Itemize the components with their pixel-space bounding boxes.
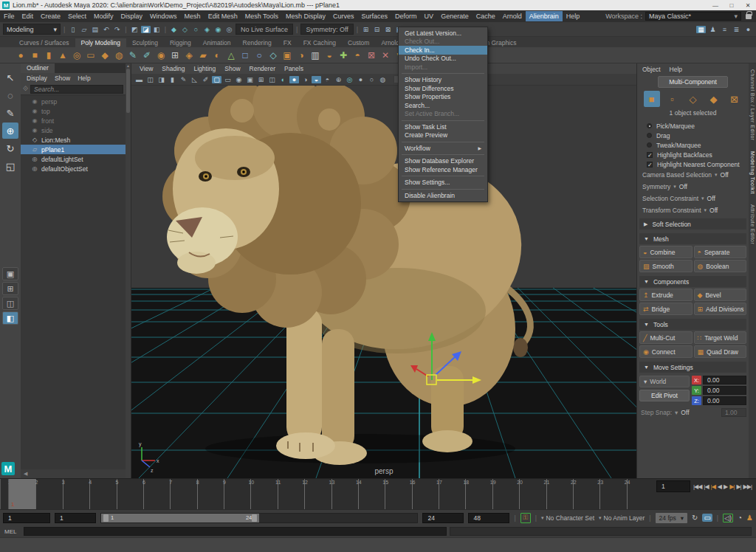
- viewport-toolbar-icon[interactable]: ●: [356, 76, 365, 83]
- shelf-tab[interactable]: FX: [278, 38, 298, 47]
- axis-value-input[interactable]: 0.00: [703, 386, 746, 395]
- playback-range-bar[interactable]: 1 24: [101, 514, 259, 522]
- modeling-tool-button[interactable]: ╱ Multi-Cut: [639, 331, 693, 344]
- shelf-tool-icon[interactable]: ✚: [337, 50, 349, 61]
- outliner-menu-item[interactable]: Show: [52, 75, 73, 82]
- shelf-tool-icon[interactable]: ◓: [351, 50, 363, 61]
- viewport-toolbar-icon[interactable]: ▭: [223, 76, 233, 83]
- outliner-footer[interactable]: ◀: [21, 469, 131, 478]
- alienbrain-menu-item[interactable]: Show Database Explorer: [399, 157, 487, 166]
- animation-end-input[interactable]: 48: [468, 513, 509, 523]
- viewport-toolbar-icon[interactable]: ▣: [245, 76, 255, 83]
- menu-item[interactable]: Mesh Tools: [241, 11, 282, 21]
- component-mode-icon[interactable]: ■: [644, 91, 660, 107]
- shelf-tab[interactable]: FX Caching: [298, 38, 342, 47]
- menu-item[interactable]: Generate: [437, 11, 472, 21]
- toolbar-icon[interactable]: ⊞: [361, 26, 371, 33]
- component-mode-icon[interactable]: ⊠: [726, 91, 743, 107]
- menu-item[interactable]: File: [0, 11, 18, 21]
- frame-cell[interactable]: 3: [63, 479, 89, 509]
- menu-item[interactable]: Modify: [90, 11, 117, 21]
- lock-icon[interactable]: [746, 14, 752, 19]
- chevron-down-icon[interactable]: ▾: [675, 409, 678, 416]
- menu-item[interactable]: Mesh: [181, 11, 205, 21]
- menu-item[interactable]: Select: [64, 11, 90, 21]
- playback-button[interactable]: ▶: [724, 483, 727, 490]
- viewport-toolbar-icon[interactable]: ◒: [312, 76, 321, 83]
- playback-button[interactable]: ▶▶|: [743, 483, 752, 490]
- shelf-tool-icon[interactable]: ◎: [71, 50, 83, 61]
- tool-icon[interactable]: ⊕: [2, 123, 18, 139]
- fps-select[interactable]: 24 fps ▾: [656, 513, 687, 523]
- shelf-tool-icon[interactable]: ▣: [281, 50, 293, 61]
- toolbar-icon[interactable]: ⊟: [372, 26, 382, 33]
- shelf-tool-icon[interactable]: ●: [15, 50, 27, 61]
- alienbrain-menu-item[interactable]: Show Settings...: [399, 179, 487, 187]
- range-track[interactable]: 1 24: [100, 513, 418, 523]
- alienbrain-menu-item[interactable]: [402, 120, 484, 121]
- outliner-node[interactable]: ◉ top: [21, 106, 131, 116]
- shelf-tool-icon[interactable]: ⊠: [365, 50, 377, 61]
- alienbrain-menu-item[interactable]: Import...: [399, 63, 487, 72]
- loop-mode-icon[interactable]: ↻: [692, 514, 698, 522]
- alienbrain-menu-item[interactable]: [402, 73, 484, 74]
- sidebar-toggle-icon[interactable]: ≣: [732, 26, 741, 33]
- frame-cell[interactable]: 21: [546, 479, 573, 509]
- playback-button[interactable]: ▶|: [729, 483, 734, 490]
- range-end-handle[interactable]: [252, 514, 257, 522]
- toolbar-icon[interactable]: ↷: [112, 26, 122, 33]
- viewport-toolbar-icon[interactable]: ▬: [134, 76, 144, 83]
- shelf-tool-icon[interactable]: ◍: [113, 50, 125, 61]
- viewport-toolbar-icon[interactable]: ◫: [267, 76, 277, 83]
- frame-cell[interactable]: 6: [143, 479, 170, 509]
- viewport-toolbar-icon[interactable]: ▢: [212, 76, 221, 83]
- toolbar-icon[interactable]: ▤: [90, 26, 100, 33]
- menu-item[interactable]: Curves: [329, 11, 358, 21]
- move-settings-header[interactable]: ▼ Move Settings: [639, 362, 746, 373]
- toolbar-icon[interactable]: ▱: [79, 26, 89, 33]
- dropdown-row[interactable]: Transform Constraint ▾ Off: [639, 204, 746, 216]
- outliner-search-input[interactable]: Search...: [30, 85, 123, 94]
- menu-item[interactable]: Mesh Display: [282, 11, 329, 21]
- shelf-tool-icon[interactable]: ◉: [155, 50, 167, 61]
- viewport-toolbar-icon[interactable]: ◉: [234, 76, 244, 83]
- shelf-tool-icon[interactable]: ✕: [379, 50, 391, 61]
- tool-icon[interactable]: ↖: [2, 69, 18, 86]
- viewport-toolbar-icon[interactable]: ◐: [278, 76, 288, 83]
- minimize-button[interactable]: —: [707, 2, 724, 9]
- alienbrain-menu-item[interactable]: Check In...: [399, 46, 487, 55]
- toolbar-icon[interactable]: ⊠: [383, 26, 393, 33]
- shelf-tab[interactable]: Poly Modeling: [75, 38, 126, 47]
- outliner-node[interactable]: ▱ pPlane1: [21, 145, 131, 154]
- checkbox-option[interactable]: ✓ Highlight Nearest Component: [639, 159, 746, 169]
- viewport-menu-item[interactable]: Renderer: [246, 65, 279, 72]
- axis-orientation-select[interactable]: ▾ World: [639, 376, 690, 387]
- menu-item[interactable]: Help: [563, 11, 584, 21]
- outliner-scrollbar[interactable]: ▲: [126, 63, 131, 478]
- selection-mask-icon[interactable]: ◩: [130, 26, 140, 33]
- shelf-tab[interactable]: Rendering: [237, 38, 278, 47]
- frame-cell[interactable]: 7: [170, 479, 196, 509]
- frame-cell[interactable]: 5: [117, 479, 143, 509]
- animation-prefs-icon[interactable]: ◔: [738, 514, 742, 522]
- alienbrain-menu-item[interactable]: [402, 154, 484, 155]
- alienbrain-menu-item[interactable]: Disable Alienbrain: [399, 191, 487, 200]
- alienbrain-menu-item[interactable]: Set Active Branch...: [399, 110, 487, 119]
- command-input[interactable]: [24, 527, 447, 536]
- frame-cell[interactable]: 19: [492, 479, 519, 509]
- frame-cell[interactable]: 9: [224, 479, 250, 509]
- tool-icon[interactable]: ✎: [2, 105, 18, 121]
- shelf-tool-icon[interactable]: □: [239, 50, 251, 61]
- menu-item[interactable]: Create: [37, 11, 64, 21]
- playback-button[interactable]: |◀◀: [693, 483, 701, 490]
- timeline-track[interactable]: 1 2 3 4 5: [9, 479, 653, 509]
- viewport-toolbar-icon[interactable]: ◫: [145, 76, 155, 83]
- close-button[interactable]: ✕: [740, 2, 756, 9]
- snap-icon[interactable]: ◈: [202, 26, 212, 33]
- tool-icon[interactable]: ◌: [2, 87, 18, 103]
- viewport-toolbar-icon[interactable]: ◓: [323, 76, 332, 83]
- outliner-node[interactable]: ◉ persp: [21, 97, 131, 106]
- frame-cell[interactable]: 20: [519, 479, 546, 509]
- mesh-tool-button[interactable]: ◍ Boolean: [694, 260, 747, 272]
- alienbrain-menu-item[interactable]: Show Reference Manager: [399, 165, 487, 174]
